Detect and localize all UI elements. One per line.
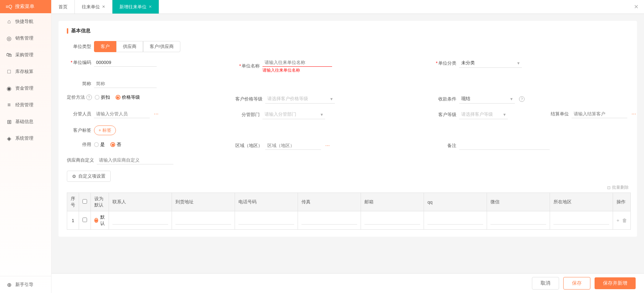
customer-tag-label: 客户标签 xyxy=(67,127,91,133)
region-more-icon[interactable]: ··· xyxy=(324,143,331,149)
discount-radio xyxy=(95,95,100,100)
cell-phone[interactable] xyxy=(235,211,298,230)
custom-settings-button[interactable]: ⚙ 自定义项设置 xyxy=(67,171,111,182)
address-input[interactable] xyxy=(175,216,231,225)
cell-fax[interactable] xyxy=(298,211,361,230)
cell-actions: + 🗑 xyxy=(613,211,631,230)
sidebar-item-quick-nav[interactable]: ⌂ 快捷导航 xyxy=(0,13,51,30)
unit-name-error: 请输入往来单位名称 xyxy=(262,67,332,73)
grade-radio xyxy=(116,95,120,100)
unit-code-name-row: *单位编码 *单位名称 请输入往来单位名称 *单位分类 xyxy=(67,58,629,73)
tab-partner-list[interactable]: 往来单位 ✕ xyxy=(75,0,112,14)
customer-price-level-select[interactable]: 请选择客户价格等级 ▾ xyxy=(265,94,335,104)
payment-help-icon[interactable]: ? xyxy=(519,96,525,102)
guide-icon: ⊕ xyxy=(6,281,13,288)
type-btn-both[interactable]: 客户/供应商 xyxy=(143,41,180,52)
cell-wechat[interactable] xyxy=(487,211,550,230)
window-close-button[interactable]: ✕ xyxy=(628,0,644,14)
save-and-new-button[interactable]: 保存并新增 xyxy=(595,277,636,289)
disabled-no-radio xyxy=(110,142,115,147)
phone-input[interactable] xyxy=(238,216,294,225)
remark-group: 备注 xyxy=(432,141,629,150)
cell-contact[interactable] xyxy=(109,211,172,230)
add-tag-button[interactable]: + 标签 xyxy=(94,125,116,135)
sidebar-search[interactable]: ≡Q 搜索菜单 xyxy=(0,0,51,13)
disabled-yes-option[interactable]: 是 xyxy=(94,141,105,148)
region-table-input[interactable] xyxy=(553,216,609,225)
table-row: 1 默认 xyxy=(67,211,631,230)
manager-more-icon[interactable]: ··· xyxy=(152,111,160,117)
col-checkbox[interactable] xyxy=(79,193,91,211)
system-icon: ◈ xyxy=(6,135,13,142)
batch-delete-button[interactable]: ⊡ 批量删除 xyxy=(607,185,629,190)
sidebar-item-inventory[interactable]: □ 库存核算 xyxy=(0,63,51,80)
select-all-checkbox[interactable] xyxy=(83,199,87,204)
unit-code-label: *单位编码 xyxy=(67,59,91,66)
wechat-input[interactable] xyxy=(490,216,546,225)
unit-category-select[interactable]: 未分类 ▾ xyxy=(459,58,522,68)
disabled-no-option[interactable]: 否 xyxy=(110,141,121,148)
cancel-button[interactable]: 取消 xyxy=(532,277,559,290)
unit-type-buttons: 客户 供应商 客户/供应商 xyxy=(94,41,180,52)
tab-close-add-partner[interactable]: ✕ xyxy=(149,5,152,9)
default-radio[interactable] xyxy=(94,218,98,223)
tab-close-partner-list[interactable]: ✕ xyxy=(102,5,105,9)
col-email: 邮箱 xyxy=(361,193,424,211)
manager-input[interactable] xyxy=(94,110,150,118)
cell-region[interactable] xyxy=(550,211,613,230)
disabled-label: 停用 xyxy=(67,141,91,148)
disabled-group: 停用 是 否 xyxy=(67,141,235,148)
fax-input[interactable] xyxy=(301,216,357,225)
customer-level-select[interactable]: 请选择客户等级 ▾ xyxy=(459,110,508,119)
pricing-radio-group: 折扣 价格等级 xyxy=(95,94,140,100)
col-address: 到货地址 xyxy=(172,193,235,211)
sidebar-item-label: 销售管理 xyxy=(15,35,33,41)
supplier-custom-row: 供应商自定义 xyxy=(67,156,629,164)
type-btn-supplier[interactable]: 供应商 xyxy=(116,41,143,52)
cell-address[interactable] xyxy=(172,211,235,230)
cell-qq[interactable] xyxy=(424,211,487,230)
qq-input[interactable] xyxy=(427,216,483,225)
cell-email[interactable] xyxy=(361,211,424,230)
type-btn-customer[interactable]: 客户 xyxy=(94,41,116,52)
supplier-custom-input[interactable] xyxy=(97,156,173,164)
settlement-more-icon[interactable]: ··· xyxy=(630,111,637,117)
payment-terms-select[interactable]: 现结 ▾ xyxy=(459,94,515,104)
unit-name-label: *单位名称 xyxy=(235,63,260,69)
email-input[interactable] xyxy=(364,216,420,225)
col-qq: qq xyxy=(424,193,487,211)
sidebar-item-label: 快捷导航 xyxy=(15,18,33,25)
unit-name-input[interactable] xyxy=(262,58,332,67)
manager-label: 分管人员 xyxy=(67,111,91,117)
department-select[interactable]: 请输入分管部门 ▾ xyxy=(262,110,325,119)
pricing-discount-option[interactable]: 折扣 xyxy=(95,94,110,100)
sidebar-item-operations[interactable]: ≡ 经营管理 xyxy=(0,97,51,113)
pricing-help-icon[interactable]: ? xyxy=(86,95,92,100)
tab-home[interactable]: 首页 xyxy=(52,0,75,14)
pricing-grade-option[interactable]: 价格等级 xyxy=(116,94,140,100)
sidebar-item-purchase[interactable]: 🛍 采购管理 xyxy=(0,47,51,63)
batch-delete-label: 批量删除 xyxy=(612,185,629,190)
sidebar-item-sales[interactable]: ◎ 销售管理 xyxy=(0,30,51,47)
region-label: 区域（地区） xyxy=(235,143,262,149)
cell-checkbox[interactable] xyxy=(79,211,91,230)
sidebar-item-guide[interactable]: ⊕ 新手引导 xyxy=(0,276,51,293)
disabled-yes-label: 是 xyxy=(100,141,105,148)
unit-type-label: 单位类型 xyxy=(67,43,91,50)
remark-input[interactable] xyxy=(459,141,550,150)
tab-add-partner[interactable]: 新增往来单位 ✕ xyxy=(112,0,159,14)
short-name-input[interactable] xyxy=(94,80,157,88)
add-row-icon[interactable]: + xyxy=(616,218,619,223)
contact-input[interactable] xyxy=(112,216,168,225)
manager-group: 分管人员 ··· xyxy=(67,110,235,118)
delete-row-icon[interactable]: 🗑 xyxy=(622,218,627,223)
settlement-input[interactable] xyxy=(572,110,627,118)
sidebar-item-basic[interactable]: ⊞ 基础信息 xyxy=(0,113,51,130)
unit-code-input[interactable] xyxy=(94,58,157,67)
sidebar-item-finance[interactable]: ◉ 资金管理 xyxy=(0,80,51,97)
tab-bar: 首页 往来单位 ✕ 新增往来单位 ✕ ✕ xyxy=(52,0,644,14)
save-button[interactable]: 保存 xyxy=(563,277,590,290)
row-checkbox[interactable] xyxy=(83,218,87,222)
region-input[interactable] xyxy=(265,141,321,150)
sidebar-item-system[interactable]: ◈ 系统管理 xyxy=(0,130,51,147)
